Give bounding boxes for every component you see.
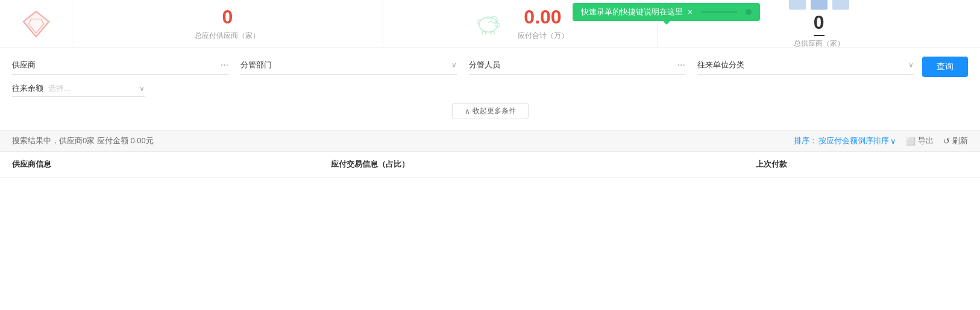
- person-filter-group: 分管人员 ···: [469, 60, 685, 75]
- payable-suppliers-number: 0: [222, 7, 233, 28]
- svg-line-6: [482, 31, 483, 34]
- piggy-bank-icon: [473, 7, 506, 40]
- payable-total-label: 应付合计（万）: [518, 31, 568, 41]
- payable-suppliers-label: 总应付供应商（家）: [195, 31, 260, 41]
- filter-row-1: 供应商 ··· 分管部门 ∨ 分管人员 ··· 往来单位分类 ∨ 查询: [12, 57, 968, 77]
- svg-point-4: [491, 16, 497, 23]
- unit-class-filter-group: 往来单位分类 ∨: [697, 60, 914, 75]
- unit-class-chevron-icon[interactable]: ∨: [908, 61, 914, 69]
- svg-point-13: [497, 25, 498, 25]
- supplier-more-icon[interactable]: ···: [221, 60, 228, 70]
- refresh-label: 刷新: [952, 135, 968, 146]
- placeholder-box-3: [832, 0, 849, 10]
- dept-filter-group: 分管部门 ∨: [240, 60, 457, 75]
- svg-point-12: [496, 25, 497, 25]
- person-input[interactable]: [505, 60, 675, 69]
- total-suppliers-label: 总供应商（家）: [794, 39, 844, 49]
- unit-class-input[interactable]: [749, 60, 906, 69]
- unit-class-label: 往来单位分类: [697, 60, 744, 70]
- col-supplier-header: 供应商信息: [12, 159, 331, 170]
- tooltip-text: 快速录单的快捷键说明在这里: [581, 7, 683, 17]
- person-label: 分管人员: [469, 60, 500, 70]
- table-header: 供应商信息 应付交易信息（占比） 上次付款: [0, 152, 980, 178]
- dept-input[interactable]: [277, 60, 449, 69]
- export-icon: ⬜: [906, 137, 916, 146]
- results-bar: 搜索结果中，供应商0家 应付金额 0.00元 排序： 按应付会额倒序排序 ∨ ⬜…: [0, 131, 980, 152]
- refresh-icon: ↺: [943, 137, 950, 146]
- balance-label: 往来余额: [12, 83, 43, 94]
- sort-prefix: 排序：: [794, 135, 817, 146]
- filter-row-2: 往来余额 选择... ∨: [12, 83, 968, 97]
- filter-bar: 供应商 ··· 分管部门 ∨ 分管人员 ··· 往来单位分类 ∨ 查询 往来余额: [0, 48, 980, 131]
- dept-label: 分管部门: [240, 60, 272, 70]
- stats-bar: 0 总应付供应商（家） 0.00 应付合计（万）: [0, 0, 980, 48]
- table-body: [0, 178, 980, 310]
- svg-line-5: [488, 21, 491, 23]
- total-suppliers-number: 0: [814, 12, 825, 36]
- logo-area: [0, 0, 72, 48]
- diamond-logo-icon: [21, 9, 51, 39]
- supplier-label: 供应商: [12, 60, 36, 70]
- col-last-payment-header: 上次付款: [756, 159, 968, 170]
- sort-selector[interactable]: 排序： 按应付会额倒序排序 ∨: [794, 135, 896, 146]
- tooltip-dot: [746, 9, 752, 15]
- placeholder-boxes: [789, 0, 849, 10]
- sort-chevron-icon[interactable]: ∨: [890, 137, 896, 146]
- tooltip-close-button[interactable]: ×: [688, 8, 693, 16]
- payable-total-number: 0.00: [524, 7, 561, 28]
- export-button[interactable]: ⬜ 导出: [906, 135, 934, 146]
- balance-filter-group: 往来余额 选择... ∨: [12, 83, 145, 97]
- svg-line-8: [491, 32, 491, 34]
- dept-chevron-icon[interactable]: ∨: [451, 61, 457, 69]
- results-actions: 排序： 按应付会额倒序排序 ∨ ⬜ 导出 ↺ 刷新: [794, 135, 968, 146]
- sort-option: 按应付会额倒序排序: [818, 135, 889, 146]
- balance-chevron-icon[interactable]: ∨: [139, 84, 145, 93]
- col-transaction-header: 应付交易信息（占比）: [331, 159, 756, 170]
- svg-line-7: [485, 32, 486, 34]
- placeholder-box-2: [811, 0, 828, 10]
- balance-placeholder: 选择...: [48, 83, 137, 94]
- collapse-button[interactable]: ∧ 收起更多条件: [452, 103, 529, 119]
- query-button[interactable]: 查询: [922, 57, 968, 77]
- export-label: 导出: [918, 135, 934, 146]
- tooltip-line: [701, 11, 737, 13]
- supplier-input[interactable]: [40, 60, 218, 69]
- tooltip-popup: 快速录单的快捷键说明在这里 ×: [573, 3, 760, 21]
- collapse-label: 收起更多条件: [473, 106, 516, 116]
- svg-line-9: [493, 31, 494, 34]
- collapse-icon: ∧: [465, 107, 470, 116]
- results-summary: 搜索结果中，供应商0家 应付金额 0.00元: [12, 135, 154, 146]
- collapse-row: ∧ 收起更多条件: [12, 101, 968, 125]
- refresh-button[interactable]: ↺ 刷新: [943, 135, 968, 146]
- stat-total-payable-suppliers: 0 总应付供应商（家）: [72, 0, 383, 48]
- supplier-filter-group: 供应商 ···: [12, 60, 228, 75]
- person-more-icon[interactable]: ···: [677, 60, 685, 70]
- placeholder-box-1: [789, 0, 806, 10]
